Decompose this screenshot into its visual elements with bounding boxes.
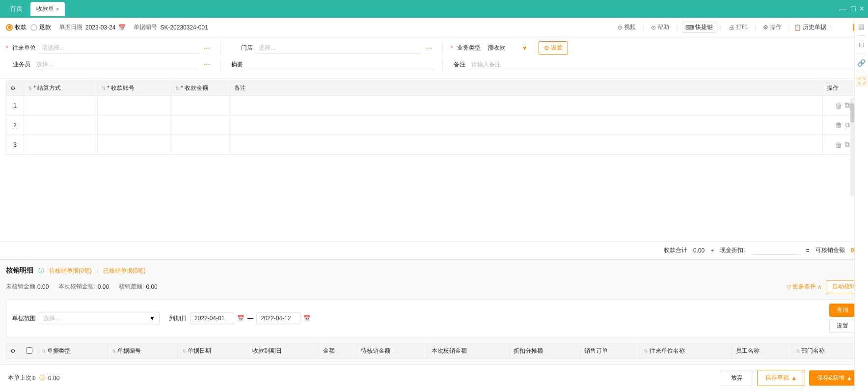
- date-from-calendar-icon[interactable]: 📅: [237, 315, 244, 322]
- shortcut-btn[interactable]: ⌨ 快捷键: [682, 22, 716, 33]
- row-settle-1[interactable]: [24, 96, 98, 115]
- row-copy-icon-2[interactable]: ⧉: [845, 121, 850, 129]
- summary-input[interactable]: [246, 59, 434, 70]
- toolbar: 收款 退款 单据日期 2023-03-24 📅 单据编号 SK-20230324…: [0, 18, 868, 37]
- bill-date-calendar-icon[interactable]: 📅: [118, 24, 126, 31]
- total-value: 0.00: [693, 247, 705, 254]
- maximize-btn[interactable]: □: [851, 4, 856, 13]
- panel-table-icon[interactable]: ▤: [856, 21, 868, 32]
- panel-link-icon[interactable]: 🔗: [856, 57, 868, 69]
- row-account-3[interactable]: [98, 135, 171, 155]
- done-tab[interactable]: 已核销单据(0笔): [103, 267, 146, 275]
- verify-th-checkbox[interactable]: [22, 344, 38, 359]
- row-num-2: 2: [6, 115, 24, 135]
- tab-close-icon[interactable]: ×: [56, 6, 59, 12]
- verify-select-all-checkbox[interactable]: [26, 347, 32, 354]
- partner-more-icon[interactable]: ···: [202, 44, 212, 53]
- radio-refund[interactable]: 退款: [30, 23, 51, 31]
- verify-setting-btn[interactable]: 设置: [829, 319, 856, 333]
- tab-home[interactable]: 首页: [4, 1, 28, 16]
- remark-field: 备注: [451, 59, 862, 70]
- th-amount: ⇅ * 收款金额: [171, 81, 230, 96]
- help-btn[interactable]: ⊙ 帮助: [648, 22, 672, 32]
- staff-more-icon[interactable]: ···: [202, 60, 212, 69]
- verify-th-sales-order: 销售订单: [580, 344, 640, 359]
- minimize-btn[interactable]: —: [839, 4, 847, 13]
- history-btn[interactable]: 📋 历史单据: [794, 23, 826, 31]
- date-to-calendar-icon[interactable]: 📅: [303, 315, 311, 322]
- video-btn[interactable]: ⊙ 视频: [615, 22, 639, 32]
- query-btn[interactable]: 查询: [829, 304, 856, 317]
- discount-input[interactable]: [751, 246, 800, 255]
- biz-type-dropdown-icon[interactable]: ▼: [522, 45, 528, 52]
- last-order-info-icon[interactable]: ⓘ: [39, 374, 45, 382]
- abandon-btn[interactable]: 放弃: [721, 370, 753, 386]
- date-to-input[interactable]: [256, 312, 300, 324]
- partner-field: * 往来单位 ···: [6, 42, 212, 54]
- help-icon: ⊙: [651, 24, 656, 31]
- partner-input[interactable]: [39, 42, 199, 54]
- verify-th-current: 本次核销金额: [427, 344, 509, 359]
- row-delete-icon-1[interactable]: 🗑: [835, 102, 842, 110]
- row-amount-2[interactable]: [171, 115, 230, 135]
- layout-left-icon[interactable]: ◁: [836, 22, 843, 33]
- tab-receipt[interactable]: 收款单 ×: [30, 2, 65, 16]
- more-conditions-btn[interactable]: ▽ 更多条件 ∧: [787, 282, 822, 291]
- row-account-2[interactable]: [98, 115, 171, 135]
- date-from-input[interactable]: [190, 312, 234, 324]
- radio-dot-receipt: [6, 24, 13, 31]
- video-icon: ⊙: [618, 24, 623, 31]
- row-copy-icon-1[interactable]: ⧉: [845, 101, 850, 110]
- row-delete-icon-2[interactable]: 🗑: [835, 121, 842, 129]
- remark-input[interactable]: [468, 59, 862, 70]
- shop-more-icon[interactable]: ···: [424, 44, 434, 53]
- save-draft-btn[interactable]: 保存草稿 ▲: [757, 370, 805, 386]
- row-remark-1[interactable]: [230, 96, 823, 115]
- row-delete-icon-3[interactable]: 🗑: [835, 141, 842, 149]
- verify-table-settings-icon[interactable]: ⚙: [6, 344, 22, 359]
- form-section: * 往来单位 ··· 门店 ··· * 业务类型 预收款 ▼: [0, 37, 868, 79]
- bill-range-select[interactable]: 选择... ▼: [39, 312, 160, 325]
- verify-info-icon[interactable]: ⓘ: [38, 267, 44, 275]
- layout-right-icon[interactable]: ▷: [844, 22, 852, 33]
- th-account: ⇅ * 收款账号: [98, 81, 171, 96]
- verify-th-bill-type: ⇅ 单据类型: [38, 344, 108, 359]
- staff-input[interactable]: [33, 59, 199, 70]
- window-controls: — □ ×: [839, 4, 864, 13]
- scrollbar-thumb[interactable]: [850, 103, 854, 123]
- row-account-1[interactable]: [98, 96, 171, 115]
- save-new-btn[interactable]: 保存&新增 ▲: [809, 370, 860, 386]
- row-copy-icon-3[interactable]: ⧉: [845, 140, 850, 149]
- bill-date-label: 单据日期: [59, 23, 82, 31]
- filter-buttons: 查询 设置: [829, 304, 856, 333]
- filter-icon: ▽: [787, 283, 791, 290]
- row-settle-2[interactable]: [24, 115, 98, 135]
- diff-amount: 核销差额: 0.00: [119, 282, 158, 291]
- operation-btn[interactable]: ⚙ 操作: [760, 22, 785, 32]
- table-settings-icon[interactable]: ⚙: [6, 81, 24, 96]
- equal-sign: =: [806, 247, 810, 254]
- table-section: ⚙ ⇅ * 结算方式 ⇅ * 收款账号 ⇅ * 收款金额 备注: [0, 79, 868, 241]
- row-amount-1[interactable]: [171, 96, 230, 115]
- table-row: 1 🗑 ⧉: [6, 96, 862, 115]
- row-settle-3[interactable]: [24, 135, 98, 155]
- row-remark-2[interactable]: [230, 115, 823, 135]
- th-remark: 备注: [230, 81, 823, 96]
- panel-list-icon[interactable]: ⊟: [856, 39, 868, 51]
- panel-divider-1: [857, 35, 866, 36]
- settings-btn[interactable]: ⚙ 设置: [539, 41, 568, 55]
- pending-tab[interactable]: 待核销单据(0笔): [49, 267, 92, 275]
- row-remark-3[interactable]: [230, 135, 823, 155]
- up-arrow-icon: ∧: [817, 283, 822, 290]
- verify-title-row: 核销明细 ⓘ 待核销单据(0笔) | 已核销单据(0笔): [6, 266, 862, 275]
- form-row-2: 业务员 ··· 摘要 备注: [6, 58, 862, 70]
- row-amount-3[interactable]: [171, 135, 230, 155]
- scrollbar-track[interactable]: [850, 98, 854, 196]
- shop-input[interactable]: [256, 42, 421, 54]
- panel-expand-icon[interactable]: ⛶: [856, 75, 868, 87]
- verify-th-dept-name: ⇅ 部门名称: [792, 344, 862, 359]
- close-btn[interactable]: ×: [860, 4, 864, 13]
- print-btn[interactable]: 🖨 打印: [726, 22, 751, 32]
- bill-range-field: 单据范围 选择... ▼: [12, 312, 160, 325]
- radio-receipt[interactable]: 收款: [6, 23, 27, 31]
